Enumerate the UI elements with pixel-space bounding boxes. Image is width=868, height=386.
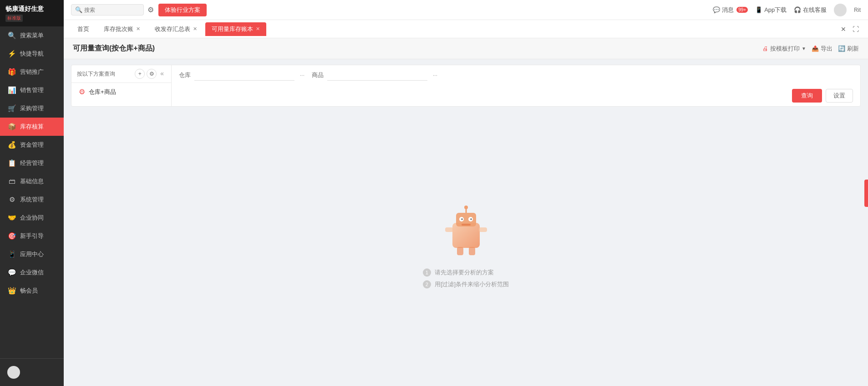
- search-icon: 🔍: [75, 6, 82, 13]
- sidebar-item-应用中心[interactable]: 📱 应用中心: [0, 245, 64, 263]
- sidebar-label-8: 基础信息: [20, 177, 44, 185]
- sidebar-icon-9: ⚙: [7, 196, 16, 204]
- username-label: Rit: [854, 7, 861, 13]
- tab-0[interactable]: 首页: [71, 22, 96, 36]
- export-icon: 📤: [812, 45, 819, 52]
- sidebar-item-经营管理[interactable]: 📋 经营管理: [0, 154, 64, 172]
- tab-3[interactable]: 可用量库存账本✕: [205, 22, 266, 36]
- print-icon: 🖨: [762, 45, 768, 52]
- expand-icon[interactable]: ⛶: [851, 24, 861, 35]
- right-scroll-handle[interactable]: [864, 180, 868, 207]
- product-input[interactable]: [327, 70, 427, 81]
- scheme-header-actions: + ⚙ «: [135, 69, 166, 79]
- sidebar-item-系统管理[interactable]: ⚙ 系统管理: [0, 190, 64, 209]
- sidebar: 畅康通好生意 标准版 🔍 搜索菜单 ⚡ 快捷导航 🎁 营销推广 📊 销售管理 🛒…: [0, 0, 64, 386]
- sidebar-item-搜索菜单[interactable]: 🔍 搜索菜单: [0, 26, 64, 45]
- tab-close-2[interactable]: ✕: [193, 26, 197, 32]
- empty-tips: 1 请先选择要分析的方案 2 用[过滤]条件来缩小分析范围: [423, 268, 509, 288]
- empty-illustration: [439, 205, 493, 259]
- sidebar-label-0: 搜索菜单: [20, 31, 44, 40]
- close-all-icon[interactable]: ✕: [839, 24, 848, 35]
- scheme-item-warehouse-product[interactable]: ⚙ 仓库+商品: [71, 83, 171, 101]
- user-profile[interactable]: [0, 362, 64, 382]
- sidebar-item-采购管理[interactable]: 🛒 采购管理: [0, 99, 64, 118]
- page-title: 可用量查询(按仓库+商品): [73, 44, 155, 53]
- sidebar-bottom: [0, 358, 64, 386]
- tab-2[interactable]: 收发存汇总表✕: [148, 22, 203, 36]
- settings-scheme-button[interactable]: ⚙: [147, 69, 157, 79]
- print-label: 按模板打印: [770, 45, 800, 53]
- sidebar-label-6: 资金管理: [20, 141, 44, 149]
- industry-solution-button[interactable]: 体验行业方案: [158, 4, 207, 16]
- tab-label-0: 首页: [77, 25, 89, 33]
- query-button[interactable]: 查询: [792, 89, 822, 103]
- sidebar-icon-14: 👑: [7, 287, 16, 295]
- tab-label-3: 可用量库存账本: [212, 25, 253, 33]
- sidebar-item-销售管理[interactable]: 📊 销售管理: [0, 81, 64, 99]
- sidebar-icon-8: 🗃: [7, 177, 16, 185]
- sidebar-label-12: 应用中心: [20, 250, 44, 258]
- sidebar-item-快捷导航[interactable]: ⚡ 快捷导航: [0, 45, 64, 63]
- sidebar-label-7: 经营管理: [20, 159, 44, 167]
- online-service-label: 在线客服: [803, 6, 827, 14]
- avatar: [7, 366, 20, 379]
- gear-icon[interactable]: ⚙: [147, 5, 154, 14]
- warehouse-input[interactable]: [194, 70, 294, 81]
- empty-tip-1: 1 请先选择要分析的方案: [423, 268, 509, 277]
- settings-button[interactable]: 设置: [826, 89, 853, 103]
- sidebar-label-11: 新手引导: [20, 232, 44, 240]
- message-label: 消息: [722, 6, 734, 14]
- sidebar-item-资金管理[interactable]: 💰 资金管理: [0, 136, 64, 154]
- product-label: 商品: [312, 71, 324, 79]
- search-input[interactable]: [84, 7, 140, 13]
- tab-close-3[interactable]: ✕: [256, 26, 260, 32]
- export-action[interactable]: 📤 导出: [812, 45, 832, 53]
- main-content: 🔍 ⚙ 体验行业方案 💬 消息 99+ 📱 App下载 🎧 在线客服 Rit 首…: [64, 0, 868, 386]
- brand-name: 畅康通好生意: [5, 5, 58, 14]
- svg-rect-8: [469, 247, 475, 255]
- sidebar-label-4: 采购管理: [20, 104, 44, 113]
- empty-tip-2: 2 用[过滤]条件来缩小分析范围: [423, 280, 509, 288]
- app-download-link[interactable]: 📱 App下载: [755, 6, 787, 14]
- scheme-header-title: 按以下方案查询: [77, 70, 115, 78]
- sidebar-icon-5: 📦: [7, 123, 16, 131]
- product-more-icon[interactable]: ···: [433, 72, 437, 78]
- sidebar-label-1: 快捷导航: [20, 50, 44, 58]
- warehouse-more-icon[interactable]: ···: [300, 72, 305, 78]
- sidebar-item-畅会员[interactable]: 👑 畅会员: [0, 282, 64, 300]
- tab-1[interactable]: 库存批次账✕: [97, 22, 147, 36]
- tip-text-1: 请先选择要分析的方案: [435, 268, 494, 277]
- message-link[interactable]: 💬 消息 99+: [713, 6, 748, 14]
- empty-state: 1 请先选择要分析的方案 2 用[过滤]条件来缩小分析范围: [64, 107, 868, 386]
- sidebar-item-营销推广[interactable]: 🎁 营销推广: [0, 63, 64, 81]
- refresh-icon: 🔄: [838, 45, 845, 52]
- online-service-link[interactable]: 🎧 在线客服: [794, 6, 827, 14]
- refresh-action[interactable]: 🔄 刷新: [838, 45, 859, 53]
- topbar-search-box[interactable]: 🔍: [71, 4, 144, 15]
- topbar-right: 💬 消息 99+ 📱 App下载 🎧 在线客服 Rit: [713, 4, 861, 16]
- svg-rect-7: [457, 247, 463, 255]
- print-chevron-icon[interactable]: ▼: [802, 46, 806, 51]
- tab-close-1[interactable]: ✕: [136, 26, 140, 32]
- svg-point-12: [464, 206, 468, 209]
- headset-icon: 🎧: [794, 6, 801, 13]
- user-avatar[interactable]: [834, 4, 847, 16]
- sidebar-item-企业协同[interactable]: 🤝 企业协同: [0, 209, 64, 227]
- sidebar-item-企业微信[interactable]: 💬 企业微信: [0, 263, 64, 282]
- tip-text-2: 用[过滤]条件来缩小分析范围: [435, 280, 509, 288]
- collapse-scheme-button[interactable]: «: [158, 69, 166, 79]
- sidebar-item-新手引导[interactable]: 🎯 新手引导: [0, 227, 64, 245]
- sidebar-label-3: 销售管理: [20, 86, 44, 94]
- sidebar-label-10: 企业协同: [20, 214, 44, 222]
- svg-rect-0: [452, 223, 480, 248]
- message-badge: 99+: [736, 7, 748, 13]
- sidebar-item-基础信息[interactable]: 🗃 基础信息: [0, 172, 64, 190]
- svg-rect-10: [479, 227, 487, 232]
- sidebar-item-库存核算[interactable]: 📦 库存核算: [0, 118, 64, 136]
- print-action[interactable]: 🖨 按模板打印 ▼: [762, 45, 806, 53]
- sidebar-icon-11: 🎯: [7, 232, 16, 240]
- add-scheme-button[interactable]: +: [135, 69, 145, 79]
- page-header: 可用量查询(按仓库+商品) 🖨 按模板打印 ▼ 📤 导出 🔄 刷新: [64, 38, 868, 59]
- warehouse-filter: 仓库 ···: [179, 70, 305, 81]
- sidebar-icon-3: 📊: [7, 86, 16, 94]
